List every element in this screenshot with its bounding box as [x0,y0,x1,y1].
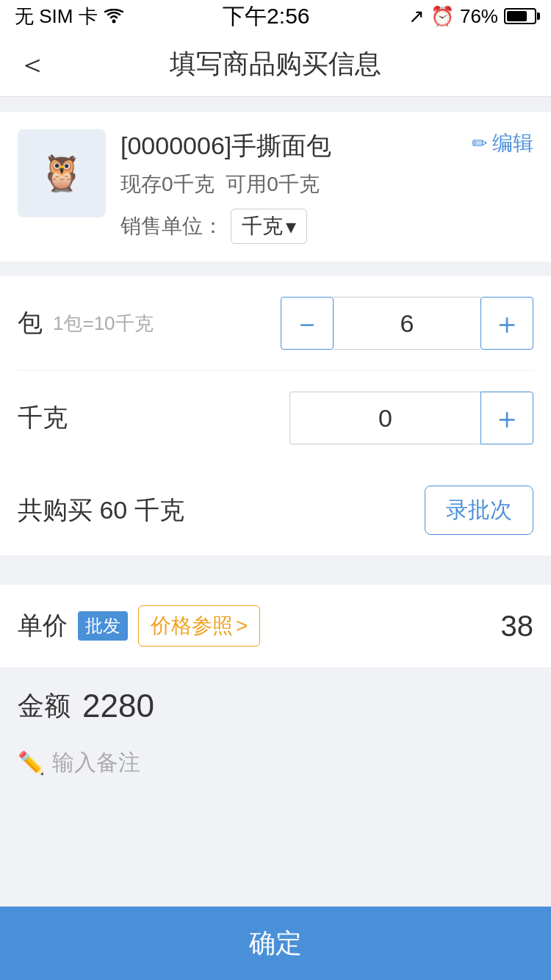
input-section: 包 1包=10千克 － ＋ 千克 ＋ [0,276,551,465]
amount-row: 金额 2280 [18,688,533,736]
batch-button[interactable]: 录批次 [425,486,533,535]
bao-input[interactable] [334,297,480,350]
unit-value: 千克 [242,212,283,240]
total-unit: 千克 [134,496,184,524]
bao-label: 包 1包=10千克 [18,306,154,340]
note-placeholder: 输入备注 [52,748,140,778]
product-unit-row: 销售单位： 千克 ▾ [120,209,533,244]
kg-stepper: ＋ [289,392,533,444]
status-right: ↗ ⏰ 76% [408,5,536,28]
divider-3 [0,555,551,570]
total-text: 共购买 60 千克 [18,494,184,527]
product-id: [0000006] [120,131,231,159]
kg-plus-button[interactable]: ＋ [480,392,533,444]
nav-bar: ＜ 填写商品购买信息 [0,32,551,97]
wifi-icon [104,9,124,24]
page-title: 填写商品购买信息 [170,46,381,82]
edit-button[interactable]: ✏ 编辑 [472,129,533,157]
price-section: 单价 批发 价格参照 > 38 [0,585,551,667]
unit-dropdown-icon: ▾ [286,215,296,239]
stock-label: 现存0千克 [120,173,215,195]
edit-icon: ✏ [472,132,488,155]
amount-section: 金额 2280 ✏️ 输入备注 [0,667,551,796]
price-ref-button[interactable]: 价格参照 > [138,605,260,646]
total-amount: 60 [99,496,127,524]
battery-percent: 76% [460,5,498,28]
confirm-bar[interactable]: 确定 [0,907,551,980]
battery-icon [504,8,536,24]
bao-stepper: － ＋ [281,297,533,350]
note-icon: ✏️ [18,750,45,776]
battery-fill [507,11,527,21]
kg-input-row: 千克 ＋ [18,371,533,465]
batch-label: 录批次 [446,497,512,522]
bao-minus-button[interactable]: － [281,297,334,350]
batch-tag: 批发 [78,611,128,641]
note-row[interactable]: ✏️ 输入备注 [18,736,533,796]
total-prefix: 共购买 [18,496,93,524]
amount-label: 金额 [18,688,71,724]
price-ref-label: 价格参照 [151,612,233,640]
price-label: 单价 [18,609,68,643]
price-value: 38 [501,610,534,643]
edit-label: 编辑 [492,129,533,157]
price-label-group: 单价 批发 价格参照 > [18,605,260,646]
product-card: 🦉 [0000006]手撕面包 现存0千克 可用0千克 销售单位： 千克 ▾ ✏… [0,112,551,262]
confirm-button[interactable]: 确定 [249,926,302,962]
svg-point-0 [112,20,115,24]
status-bar: 无 SIM 卡 下午2:56 ↗ ⏰ 76% [0,0,551,32]
carrier-text: 无 SIM 卡 [15,4,98,29]
back-button[interactable]: ＜ [18,44,47,84]
product-title: 手撕面包 [231,131,331,159]
price-ref-arrow: > [236,614,248,638]
divider-2 [0,262,551,276]
total-row: 共购买 60 千克 录批次 [0,465,551,555]
bao-hint: 1包=10千克 [53,311,154,336]
product-image: 🦉 [18,129,106,217]
kg-label: 千克 [18,401,68,435]
bao-plus-button[interactable]: ＋ [480,297,533,350]
kg-input[interactable] [289,392,480,444]
status-time: 下午2:56 [223,1,309,32]
amount-value: 2280 [82,688,154,724]
product-stock: 现存0千克 可用0千克 [120,170,533,198]
gps-icon: ↗ [408,5,425,28]
unit-select[interactable]: 千克 ▾ [231,209,307,244]
divider-1 [0,97,551,112]
alarm-icon: ⏰ [431,5,454,28]
bao-input-row: 包 1包=10千克 － ＋ [18,276,533,371]
unit-prefix: 销售单位： [120,212,223,240]
bao-label-text: 包 [18,306,43,340]
product-logo-icon: 🦉 [40,153,84,194]
kg-label-text: 千克 [18,401,68,435]
status-carrier: 无 SIM 卡 [15,4,124,29]
available-label: 可用0千克 [226,173,320,195]
